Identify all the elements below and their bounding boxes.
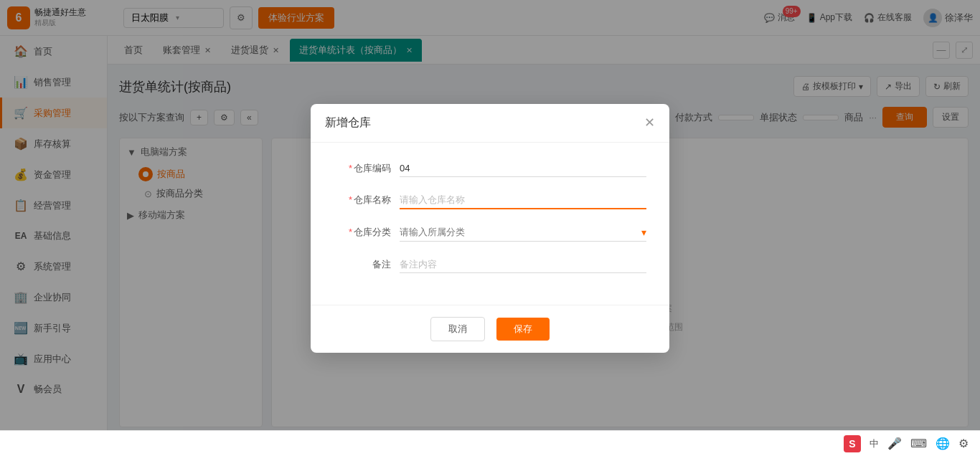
category-arrow-icon: ▾ <box>641 227 646 238</box>
form-row-name: 仓库名称 <box>334 191 646 209</box>
category-input[interactable] <box>400 227 641 237</box>
mic-icon[interactable]: 🎤 <box>887 437 902 450</box>
modal-close-btn[interactable]: ✕ <box>644 116 655 129</box>
code-label: 仓库编码 <box>334 162 391 175</box>
modal-footer: 取消 保存 <box>311 305 669 353</box>
note-label: 备注 <box>334 258 391 271</box>
chinese-label: 中 <box>870 437 879 450</box>
keyboard-icon[interactable]: ⌨ <box>910 437 927 450</box>
note-input[interactable] <box>400 256 646 273</box>
modal-header: 新增仓库 ✕ <box>311 104 669 143</box>
modal-overlay: 新增仓库 ✕ 仓库编码 仓库名称 仓库分类 ▾ <box>0 0 980 456</box>
modal-title: 新增仓库 <box>325 115 371 130</box>
form-row-code: 仓库编码 <box>334 160 646 177</box>
name-label: 仓库名称 <box>334 194 391 206</box>
s-brand-icon: S <box>844 435 861 452</box>
settings-tray-icon[interactable]: ⚙ <box>958 437 969 450</box>
category-label: 仓库分类 <box>334 226 391 239</box>
modal-body: 仓库编码 仓库名称 仓库分类 ▾ 备注 <box>311 143 669 305</box>
translate-icon[interactable]: 🌐 <box>936 437 950 450</box>
code-input[interactable] <box>400 160 646 177</box>
form-row-category: 仓库分类 ▾ <box>334 224 646 242</box>
form-row-note: 备注 <box>334 256 646 273</box>
bottom-bar: S 中 🎤 ⌨ 🌐 ⚙ <box>0 430 980 456</box>
save-btn[interactable]: 保存 <box>496 318 550 341</box>
cancel-btn[interactable]: 取消 <box>430 317 485 341</box>
category-select[interactable]: ▾ <box>400 224 646 242</box>
new-warehouse-modal: 新增仓库 ✕ 仓库编码 仓库名称 仓库分类 ▾ <box>311 104 669 353</box>
name-input[interactable] <box>400 191 646 209</box>
